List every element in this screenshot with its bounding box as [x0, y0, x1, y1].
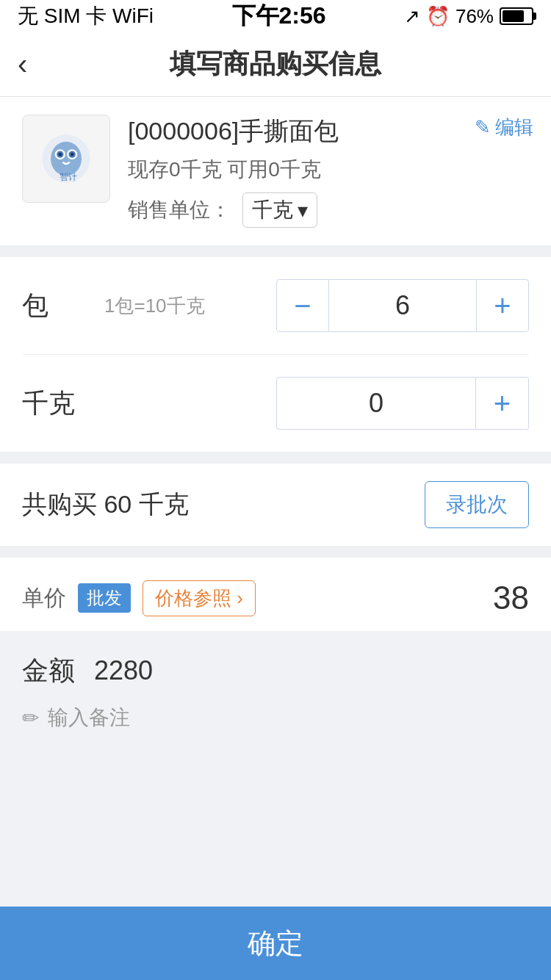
input-section: 包 1包=10千克 − + 千克 +: [0, 257, 551, 452]
total-section: 共购买 60 千克 录批次: [0, 464, 551, 546]
svg-text:智计: 智计: [60, 172, 77, 181]
kg-input[interactable]: [276, 377, 476, 430]
product-image: 智计: [22, 115, 110, 203]
kg-controls: +: [276, 377, 529, 430]
location-icon: ↗: [404, 5, 420, 28]
price-section: 单价 批发 价格参照 › 38: [0, 558, 551, 631]
status-time: 下午2:56: [232, 0, 326, 32]
back-button[interactable]: ‹: [18, 48, 27, 81]
svg-point-1: [51, 142, 82, 176]
bao-controls: − +: [276, 279, 529, 332]
confirm-button[interactable]: 确定: [0, 907, 551, 980]
price-tag: 批发: [78, 583, 131, 613]
edit-button[interactable]: ✎ 编辑: [475, 115, 533, 140]
remark-placeholder: 输入备注: [48, 704, 130, 732]
bao-row: 包 1包=10千克 − +: [22, 257, 529, 355]
unit-select[interactable]: 千克 ▾: [242, 192, 317, 228]
price-label: 单价: [22, 583, 66, 613]
amount-value: 2280: [94, 655, 153, 685]
chevron-down-icon: ▾: [298, 198, 308, 223]
remark-row[interactable]: ✏ 输入备注: [22, 704, 529, 732]
product-section: 智计 [0000006]手撕面包 现存0千克 可用0千克 销售单位： 千克 ▾: [0, 97, 551, 245]
product-stock: 现存0千克 可用0千克: [128, 156, 529, 184]
nav-bar: ‹ 填写商品购买信息: [0, 32, 551, 97]
divider-3: [0, 546, 551, 558]
amount-section: 金额 2280 ✏ 输入备注: [0, 631, 551, 746]
svg-point-6: [59, 153, 62, 156]
kg-plus-button[interactable]: +: [476, 377, 529, 430]
product-name: [0000006]手撕面包: [128, 115, 529, 148]
amount-label: 金额: [22, 655, 75, 685]
edit-label: 编辑: [495, 115, 533, 140]
bao-input[interactable]: [329, 279, 476, 332]
edit-icon: ✎: [475, 116, 491, 139]
product-thumbnail: 智计: [40, 133, 92, 184]
alarm-icon: ⏰: [426, 5, 450, 28]
page-title: 填写商品购买信息: [170, 46, 381, 82]
divider-1: [0, 245, 551, 257]
total-text: 共购买 60 千克: [22, 488, 189, 522]
pencil-icon: ✏: [22, 706, 39, 730]
battery-icon: [500, 7, 533, 25]
amount-row: 金额 2280: [22, 653, 529, 689]
svg-point-7: [71, 153, 74, 156]
price-row: 单价 批发 价格参照 › 38: [22, 580, 529, 616]
sim-label: 无 SIM 卡 WiFi: [18, 2, 154, 30]
price-value: 38: [493, 580, 529, 616]
bao-label: 包: [22, 288, 96, 324]
price-ref-button[interactable]: 价格参照 ›: [143, 580, 256, 616]
status-bar: 无 SIM 卡 WiFi 下午2:56 ↗ ⏰ 76%: [0, 0, 551, 32]
unit-label: 销售单位：: [128, 196, 231, 224]
kg-row: 千克 +: [22, 355, 529, 452]
battery-percent: 76%: [455, 5, 494, 28]
status-left: 无 SIM 卡 WiFi: [18, 2, 154, 30]
product-unit-row: 销售单位： 千克 ▾: [128, 192, 529, 228]
bao-minus-button[interactable]: −: [276, 279, 329, 332]
batch-button[interactable]: 录批次: [425, 481, 529, 528]
product-info: [0000006]手撕面包 现存0千克 可用0千克 销售单位： 千克 ▾: [128, 115, 529, 228]
kg-label: 千克: [22, 386, 96, 422]
bao-plus-button[interactable]: +: [476, 279, 529, 332]
status-right: ↗ ⏰ 76%: [404, 5, 533, 28]
divider-2: [0, 452, 551, 464]
bao-sublabel: 1包=10千克: [104, 293, 276, 319]
unit-value: 千克: [252, 196, 293, 224]
